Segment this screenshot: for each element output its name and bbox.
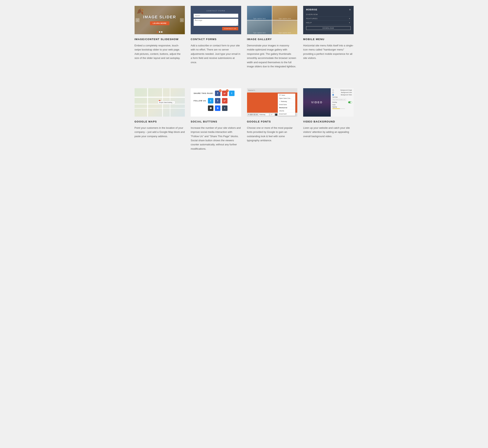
label-bg-video: Background Video [341,94,352,96]
font-size-selector[interactable]: 17 [270,113,274,116]
font-raleway[interactable]: Raleway [278,100,295,103]
facebook-count-badge: 192 [219,89,222,92]
mobirise-logo: MOBIRISE [306,9,317,11]
label-bg-color: Background Color [341,92,352,93]
fonts-content-area: PT Sans Open Sans Con... Raleway Droid S… [247,93,297,113]
font-pt-sans[interactable]: PT Sans [278,94,295,97]
menu-item-features[interactable]: FEATURES ▼ [306,17,351,21]
video-option-bg-color: Background Color [332,92,352,93]
share-facebook-button[interactable]: f 192 [215,91,220,96]
follow-twitter-icon: t [210,99,211,102]
card-title-mobile-menu: MOBILE MENU [303,38,354,41]
font-color-swatch[interactable] [275,113,277,116]
slider-overlay: IMAGE SLIDER LEARN MORE [135,6,185,34]
contact-form-title: CONTACT FORM [207,10,225,12]
hamburger-icon[interactable]: ≡ [349,8,351,11]
card-title-fonts: GOOGLE FONTS [247,120,297,123]
maps-preview: 📍 Empire State Building × [135,88,185,117]
mobile-menu-preview-image: MOBIRISE ≡ OVERVIEW FEATURES ▼ HELP ▼ DO… [303,6,354,34]
share-googleplus-button[interactable]: g+ 47 [222,91,227,96]
card-title-gallery: IMAGE GALLERY [247,38,297,41]
video-option-bg-video: Background Video [332,94,352,96]
font-droid-sans[interactable]: Droid Sans [278,103,295,106]
mobile-menu-header: MOBIRISE ≡ [306,8,351,11]
toolbar-icon-3: ≡ [253,114,254,115]
youtube-url-input[interactable] [332,99,346,101]
tumblr-button[interactable]: t [222,105,227,111]
video-main-area: VIDEO [303,88,331,117]
follow-googleplus-icon: g+ [224,100,226,102]
color-label: Color [332,104,336,105]
font-open-sans[interactable]: Open Sans Con... [278,97,295,100]
gallery-cell-1[interactable]: Type caption here [247,6,272,20]
map-background: 📍 Empire State Building × [135,88,185,117]
font-droid-serif[interactable]: Droid Serif [278,112,295,116]
fonts-toolbar: Source S... [247,88,297,93]
menu-item-overview-label: OVERVIEW [306,14,318,16]
radio-bg-video[interactable] [332,94,334,96]
social-preview-image: SHARE THIS PAGE! f 192 g+ 47 t FOLLOW US [191,88,241,117]
overlay-label: Overlay [332,102,337,103]
behance-icon: B [217,107,219,110]
follow-twitter-button[interactable]: t [208,98,213,104]
gallery-cell-4[interactable]: Type caption here [272,20,297,34]
video-option-bg-image: Background Image [332,89,352,91]
menu-item-overview[interactable]: OVERVIEW [306,13,351,17]
github-icon: ⚪ [210,107,212,109]
maps-preview-image: 📍 Empire State Building × [135,88,185,117]
toolbar-item-1: Source S... [248,89,256,91]
follow-facebook-button[interactable]: f [215,98,220,104]
card-mobile-menu: MOBIRISE ≡ OVERVIEW FEATURES ▼ HELP ▼ DO… [303,6,354,69]
slider-next-button[interactable]: › [180,18,184,22]
slider-dots [157,31,162,33]
slider-dot-2[interactable] [159,31,160,33]
follow-row: FOLLOW US t f g+ [194,98,238,104]
download-button[interactable]: DOWNLOAD [306,26,351,30]
opacity-slider[interactable] [332,108,345,109]
tumblr-icon: t [224,107,225,110]
social-preview: SHARE THIS PAGE! f 192 g+ 47 t FOLLOW US [191,88,241,117]
slider-dot-1[interactable] [157,31,158,33]
radio-bg-color[interactable] [332,92,334,93]
video-preview-image: VIDEO Background Image Background Color … [303,88,354,117]
fonts-dropdown[interactable]: PT Sans Open Sans Con... Raleway Droid S… [278,94,295,116]
share-twitter-button[interactable]: t [229,91,234,96]
slider-prev-button[interactable]: ‹ [136,18,139,22]
googleplus-count-badge: 47 [226,89,229,92]
gallery-cell-2[interactable]: Type caption here [272,6,297,20]
github-button[interactable]: ⚪ [208,105,213,111]
card-contact-forms: CONTACT FORM CONTACT US CONTACT FORMS Ad… [191,6,241,69]
slider-learn-more-button[interactable]: LEARN MORE [150,21,169,25]
gallery-grid: Type caption here Type caption here Type… [247,6,297,34]
slider-title: IMAGE SLIDER [143,15,176,19]
map-close-button[interactable]: × [173,102,174,103]
facebook-icon: f [217,92,218,95]
video-color-row: Color [332,104,352,105]
contact-submit-button[interactable]: CONTACT US [222,27,238,30]
contact-message-input[interactable] [194,19,238,26]
card-title-contact: CONTACT FORMS [191,38,241,41]
behance-button[interactable]: B [215,105,220,111]
extra-social-row: ⚪ B t [194,105,238,111]
font-ubuntu[interactable]: Ubuntu [278,109,295,112]
section-gap [135,74,354,82]
slider-dot-3[interactable] [161,31,162,33]
overlay-toggle[interactable] [348,101,352,103]
share-label: SHARE THIS PAGE! [194,92,213,94]
contact-name-input[interactable] [194,14,238,18]
toolbar-icon-1: ✂ [248,114,249,115]
card-social-buttons: SHARE THIS PAGE! f 192 g+ 47 t FOLLOW US [191,88,241,151]
video-overlay-row: Overlay [332,101,352,103]
menu-item-help[interactable]: HELP ▼ [306,21,351,25]
font-family-selector[interactable]: Raleway [258,113,269,116]
opacity-label: Opacity [332,106,337,108]
card-desc-slider: Embed a completely responsive, touch-swi… [135,43,185,60]
follow-googleplus-button[interactable]: g+ [222,98,227,104]
follow-facebook-icon: f [217,99,218,102]
radio-bg-image[interactable] [332,89,334,91]
gallery-cell-3[interactable]: Type caption here [247,20,272,34]
card-desc-social: Increase the number of your site visitor… [191,126,241,151]
font-montserrat[interactable]: Montserrat [278,106,295,109]
map-road-h2 [135,104,185,104]
card-desc-video: Liven up your website and catch your sit… [303,126,354,138]
